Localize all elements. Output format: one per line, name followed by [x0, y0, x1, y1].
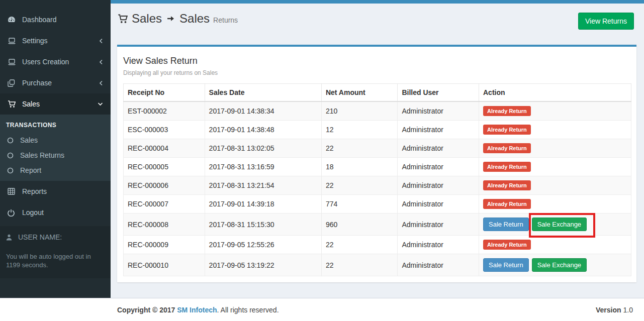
sidebar-item-settings[interactable]: Settings [0, 30, 111, 51]
net-amount-cell: 12 [321, 121, 398, 139]
already-return-badge: Already Return [483, 125, 531, 135]
page-subtitle: Returns [213, 13, 238, 24]
table-row: REC-0000052017-08-31 13:16:5918Administr… [124, 158, 631, 176]
submenu-item-sales-returns[interactable]: Sales Returns [0, 148, 111, 163]
billed-user-cell: Administrator [398, 139, 479, 158]
circle-o-icon [7, 167, 17, 174]
sales-returns-table: Receipt No Sales Date Net Amount Billed … [123, 83, 631, 276]
sidebar-item-reports[interactable]: Reports [0, 181, 111, 202]
billed-user-cell: Administrator [398, 158, 479, 176]
table-row: ESC-0000032017-09-01 14:38:4812Administr… [124, 121, 631, 139]
submenu-item-label: Sales [20, 136, 38, 144]
net-amount-cell: 774 [321, 195, 398, 213]
receipt-no-cell: REC-000010 [124, 254, 205, 276]
action-cell: Already Return [479, 236, 631, 254]
sale-exchange-button[interactable]: Sale Exchange [532, 258, 587, 272]
sale-return-button[interactable]: Sale Return [483, 218, 529, 231]
main-content: Sales Sales Returns View Returns View Sa… [111, 0, 644, 298]
sidebar-item-label: Sales [22, 100, 98, 108]
laptop-icon [8, 58, 19, 66]
receipt-no-cell: REC-000008 [124, 213, 205, 236]
chevron-left-icon [99, 80, 103, 86]
action-cell: Already Return [479, 101, 631, 121]
sales-date-cell: 2017-08-31 13:02:05 [205, 139, 321, 158]
sales-date-cell: 2017-08-31 15:15:30 [205, 213, 321, 236]
table-row: REC-0000042017-08-31 13:02:0522Administr… [124, 139, 631, 158]
submenu-item-report[interactable]: Report [0, 163, 111, 178]
column-header-sales-date: Sales Date [205, 84, 321, 102]
sales-date-cell: 2017-08-31 13:16:59 [205, 158, 321, 176]
receipt-no-cell: REC-000005 [124, 158, 205, 176]
sidebar-item-label: Settings [22, 37, 99, 45]
sales-table-body: EST-0000022017-09-01 14:38:34210Administ… [124, 101, 631, 276]
receipt-no-cell: REC-000007 [124, 195, 205, 213]
table-row: REC-0000092017-09-05 12:55:2622Administr… [124, 236, 631, 254]
table-row: EST-0000022017-09-01 14:38:34210Administ… [124, 101, 631, 121]
column-header-receipt-no: Receipt No [124, 84, 205, 102]
billed-user-cell: Administrator [398, 176, 479, 195]
net-amount-cell: 210 [321, 101, 398, 121]
top-accent-bar [111, 0, 644, 4]
company-link[interactable]: SM Infotech [177, 306, 217, 314]
action-cell: Already Return [479, 158, 631, 176]
sidebar: Dashboard Settings Users Creation [0, 0, 111, 298]
action-cell: Sale ReturnSale Exchange [479, 213, 631, 236]
circle-o-icon [7, 152, 17, 159]
already-return-badge: Already Return [483, 143, 531, 153]
version-text: Version1.0 [596, 306, 633, 314]
already-return-badge: Already Return [483, 180, 531, 190]
sidebar-item-users-creation[interactable]: Users Creation [0, 51, 111, 72]
view-returns-button[interactable]: View Returns [578, 13, 634, 30]
user-panel: USER NAME: You will be auto logged out i… [0, 226, 111, 278]
sidebar-item-logout[interactable]: Logout [0, 202, 111, 223]
action-cell: Already Return [479, 139, 631, 158]
action-cell: Already Return [479, 121, 631, 139]
sidebar-item-sales[interactable]: Sales [0, 93, 111, 115]
breadcrumb-section[interactable]: Sales [132, 12, 162, 26]
receipt-no-cell: REC-000006 [124, 176, 205, 195]
column-header-net-amount: Net Amount [321, 84, 398, 102]
panel-subtitle: Displaying all your returns on Sales [123, 69, 631, 76]
page: Dashboard Settings Users Creation [0, 0, 644, 321]
power-off-icon [8, 209, 19, 217]
net-amount-cell: 22 [321, 236, 398, 254]
arrow-right-icon [167, 16, 174, 22]
sale-return-button[interactable]: Sale Return [483, 258, 529, 272]
footer: Copyright © 2017 SM Infotech. All rights… [0, 298, 644, 321]
already-return-badge: Already Return [483, 199, 531, 209]
net-amount-cell: 22 [321, 254, 398, 276]
net-amount-cell: 960 [321, 213, 398, 236]
table-header-row: Receipt No Sales Date Net Amount Billed … [124, 84, 631, 102]
sales-date-cell: 2017-09-01 14:38:48 [205, 121, 321, 139]
sales-return-panel: View Sales Return Displaying all your re… [117, 45, 636, 282]
auto-logout-note: You will be auto logged out in 1199 seco… [6, 252, 105, 269]
receipt-no-cell: ESC-000003 [124, 121, 205, 139]
sidebar-item-label: Users Creation [22, 58, 99, 66]
billed-user-cell: Administrator [398, 236, 479, 254]
column-header-action: Action [479, 84, 631, 102]
submenu-item-sales[interactable]: Sales [0, 133, 111, 148]
copyright-prefix: Copyright © 2017 [117, 306, 175, 314]
chevron-left-icon [99, 59, 103, 65]
laptop-icon [8, 37, 19, 45]
user-name-label: USER NAME: [18, 233, 62, 241]
breadcrumb: Sales Sales Returns [118, 12, 238, 26]
panel-title: View Sales Return [123, 53, 631, 66]
billed-user-cell: Administrator [398, 195, 479, 213]
net-amount-cell: 22 [321, 139, 398, 158]
already-return-badge: Already Return [483, 240, 531, 250]
column-header-billed-user: Billed User [398, 84, 479, 102]
sale-exchange-button[interactable]: Sale Exchange [532, 218, 587, 231]
user-icon [6, 234, 15, 241]
net-amount-cell: 18 [321, 158, 398, 176]
billed-user-cell: Administrator [398, 213, 479, 236]
already-return-badge: Already Return [483, 106, 531, 116]
sidebar-item-label: Logout [22, 208, 103, 217]
sidebar-item-purchase[interactable]: Purchase [0, 72, 111, 93]
submenu-item-label: Report [20, 166, 41, 174]
sidebar-item-label: Dashboard [22, 16, 103, 24]
net-amount-cell: 22 [321, 176, 398, 195]
copy-icon [8, 79, 19, 87]
sidebar-item-dashboard[interactable]: Dashboard [0, 9, 111, 30]
highlight-box: Sale Exchange [532, 218, 587, 231]
